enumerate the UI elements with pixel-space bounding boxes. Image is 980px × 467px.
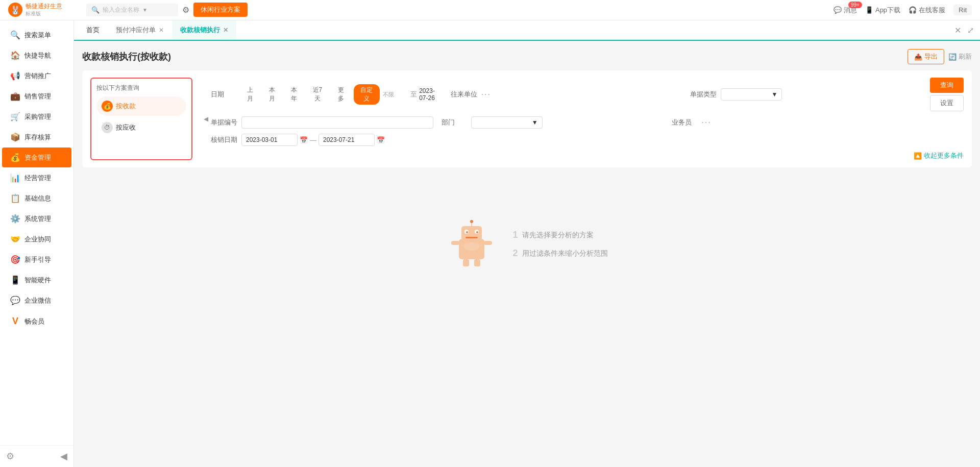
tab-writeoff[interactable]: 收款核销执行 ✕ (172, 20, 236, 41)
tab-prepay[interactable]: 预付冲应付单 ✕ (108, 20, 172, 41)
search-icon: 🔍 (91, 6, 100, 14)
shortcut-7days[interactable]: 近7天 (306, 84, 328, 105)
sidebar-label-sysconfig: 系统管理 (24, 214, 51, 224)
tab-home[interactable]: 首页 (78, 20, 108, 41)
refresh-button[interactable]: 🔄 刷新 (948, 49, 972, 64)
brand-name: 畅捷通好生意 (26, 3, 62, 10)
query-button[interactable]: 查询 (930, 78, 964, 93)
enterprise-icon: 🤝 (10, 234, 20, 244)
writeoff-date-dash: — (310, 136, 316, 144)
export-icon: 📤 (914, 53, 922, 61)
solution-button[interactable]: 休闲行业方案 (193, 3, 248, 17)
date-label: 日期 (211, 90, 236, 99)
header-placeholder: 输入企业名称 (103, 6, 139, 14)
sidebar-item-purchase[interactable]: 🛒 采购管理 (2, 107, 71, 127)
svg-point-5 (476, 231, 478, 233)
counterpart-field: 往来单位 ··· (451, 90, 682, 99)
writeoff-date-to[interactable] (318, 134, 375, 146)
page-content: 收款核销执行(按收款) 📤 导出 🔄 刷新 按以下方案查询 (74, 41, 980, 467)
sidebar-item-finance[interactable]: 💰 资金管理 (2, 148, 71, 167)
sidebar-item-beginner[interactable]: 🎯 新手引导 (2, 250, 71, 269)
shortcut-this-year[interactable]: 本年 (284, 84, 303, 105)
doctype-select[interactable]: ▼ (721, 88, 782, 101)
salesman-dots-button[interactable]: ··· (701, 118, 711, 127)
counterpart-dots-button[interactable]: ··· (481, 90, 491, 99)
brand-logo: 🐰 (8, 3, 22, 17)
select-arrow-icon: ▼ (771, 91, 777, 98)
filter-row-3: 核销日期 📅 — 📅 (211, 134, 964, 146)
purchase-icon: 🛒 (10, 112, 20, 121)
inventory-icon: 📦 (10, 132, 20, 142)
tab-prepay-close[interactable]: ✕ (159, 27, 164, 34)
date-no-limit-label: 不限 (383, 91, 408, 99)
user-profile[interactable]: Rit (953, 5, 972, 15)
sidebar-label-baseinfo: 基础信息 (24, 194, 51, 203)
header-search-box[interactable]: 🔍 输入企业名称 ▼ (86, 4, 178, 16)
shortcut-more[interactable]: 更多 (331, 84, 350, 105)
close-tab-button[interactable]: ✕ (952, 23, 963, 37)
sidebar-item-quicknav[interactable]: 🏠 快捷导航 (2, 45, 71, 65)
calendar-to-icon[interactable]: 📅 (377, 136, 385, 144)
filter-collapse-button[interactable]: ◀ (201, 78, 211, 160)
sidebar-item-sysconfig[interactable]: ⚙️ 系统管理 (2, 209, 71, 229)
receipt-option-icon: 💰 (102, 101, 113, 112)
collapse-more-label: 收起更多条件 (924, 151, 964, 160)
sidebar-label-search: 搜索菜单 (24, 31, 51, 40)
sidebar-item-baseinfo[interactable]: 📋 基础信息 (2, 188, 71, 208)
robot-svg (446, 218, 497, 269)
sidebar-label-smarthw: 智能硬件 (24, 276, 51, 285)
filter-option-receipt[interactable]: 💰 按收款 (96, 96, 186, 116)
sidebar-label-inventory: 库存核算 (24, 133, 51, 142)
app-download-label: App下载 (875, 6, 900, 15)
shortcut-custom[interactable]: 自定义 (354, 84, 380, 105)
tab-writeoff-close[interactable]: ✕ (223, 27, 228, 34)
shortcut-this-month[interactable]: 本月 (262, 84, 281, 105)
empty-tip-1: 1 请先选择要分析的方案 (512, 226, 607, 244)
collapse-more-icon: 🔼 (914, 152, 922, 160)
svg-rect-12 (484, 241, 492, 245)
maximize-tab-button[interactable]: ⤢ (965, 23, 976, 37)
receivable-option-label: 按应收 (116, 123, 136, 132)
counterpart-label: 往来单位 (451, 90, 477, 99)
sidebar-label-quicknav: 快捷导航 (24, 51, 51, 60)
sidebar-item-sales[interactable]: 💼 销售管理 (2, 86, 71, 106)
filter-row-2: 单据编号 部门 ▼ 业务员 ··· (211, 116, 964, 129)
footer-settings-icon[interactable]: ⚙ (6, 451, 14, 462)
writeoff-date-from[interactable] (241, 134, 298, 146)
setting-button[interactable]: 设置 (930, 95, 964, 111)
gear-icon[interactable]: ⚙ (182, 5, 189, 15)
content-area: 首页 预付冲应付单 ✕ 收款核销执行 ✕ ✕ ⤢ 收款核销执行(按收款) (74, 20, 980, 467)
svg-rect-6 (465, 237, 478, 238)
footer-collapse-icon[interactable]: ◀ (60, 451, 67, 462)
tabs-bar: 首页 预付冲应付单 ✕ 收款核销执行 ✕ ✕ ⤢ (74, 20, 980, 41)
calendar-from-icon[interactable]: 📅 (300, 136, 308, 144)
shortcut-last-month[interactable]: 上月 (240, 84, 259, 105)
svg-point-13 (464, 242, 479, 251)
dept-select[interactable]: ▼ (471, 116, 543, 129)
sidebar-item-search[interactable]: 🔍 搜索菜单 (2, 25, 71, 45)
message-area[interactable]: 💬 消息 99+ (834, 6, 857, 15)
sidebar-item-inventory[interactable]: 📦 库存核算 (2, 127, 71, 147)
writeoff-date-inputs: 📅 — 📅 (241, 134, 385, 146)
sidebar-item-operations[interactable]: 📊 经营管理 (2, 168, 71, 188)
export-button[interactable]: 📤 导出 (908, 49, 944, 64)
wecom-icon: 💬 (10, 296, 20, 305)
salesman-field: 业务员 ··· (672, 118, 894, 127)
collapse-more-button[interactable]: 🔼 收起更多条件 (211, 151, 964, 160)
sidebar-item-wecom[interactable]: 💬 企业微信 (2, 290, 71, 310)
filter-option-receivable[interactable]: ⏱ 按应收 (96, 118, 186, 137)
sidebar-item-enterprise[interactable]: 🤝 企业协同 (2, 229, 71, 249)
tip-label-1: 请先选择要分析的方案 (522, 228, 594, 242)
sidebar-label-marketing: 营销推广 (24, 71, 51, 81)
marketing-icon: 📢 (10, 71, 20, 81)
app-download-link[interactable]: 📱 App下载 (865, 6, 900, 15)
username: Rit (959, 6, 967, 14)
sidebar-item-member[interactable]: V 畅会员 (2, 311, 71, 332)
sidebar-item-smarthw[interactable]: 📱 智能硬件 (2, 270, 71, 290)
main-layout: 🔍 搜索菜单 🏠 快捷导航 📢 营销推广 💼 销售管理 🛒 采购管理 📦 (0, 20, 980, 467)
docno-input[interactable] (241, 116, 433, 129)
filter-panel-title: 按以下方案查询 (96, 84, 186, 92)
online-service-link[interactable]: 🎧 在线客服 (909, 6, 945, 15)
receivable-option-icon: ⏱ (102, 122, 113, 133)
sidebar-item-marketing[interactable]: 📢 营销推广 (2, 66, 71, 86)
